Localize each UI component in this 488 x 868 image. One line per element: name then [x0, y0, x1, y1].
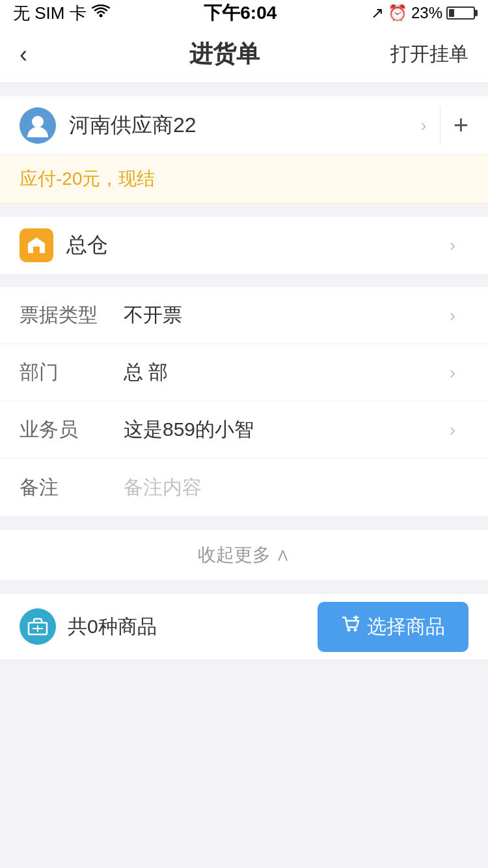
supplier-name: 河南供应商22: [69, 111, 420, 140]
gap-1: [0, 83, 488, 96]
chevron-right-icon: ›: [450, 305, 455, 326]
chevron-right-icon: ›: [420, 115, 426, 136]
collapse-label: 收起更多 ∧: [198, 543, 291, 567]
status-time: 下午6:04: [204, 1, 277, 25]
avatar: [20, 107, 56, 144]
salesperson-row[interactable]: 业务员 这是859的小智 ›: [0, 401, 488, 459]
page-title: 进货单: [189, 38, 260, 70]
add-button[interactable]: +: [440, 106, 468, 145]
cart-icon: [341, 616, 360, 638]
gray-bottom-area: [0, 659, 488, 854]
wifi-icon: [92, 5, 110, 21]
status-bar: 无 SIM 卡 下午6:04 ↗ ⏰ 23%: [0, 0, 488, 26]
department-row[interactable]: 部门 总 部 ›: [0, 344, 488, 401]
svg-point-7: [354, 628, 357, 631]
remark-label: 备注: [20, 474, 124, 501]
collapse-button[interactable]: 收起更多 ∧: [0, 529, 488, 581]
product-icon: [20, 608, 56, 645]
select-product-button[interactable]: 选择商品: [318, 602, 468, 652]
svg-point-0: [99, 14, 102, 18]
location-icon: ↗: [371, 4, 384, 22]
battery-icon: [446, 7, 475, 20]
supplier-row[interactable]: 河南供应商22 › +: [0, 96, 488, 155]
supplier-section: 河南供应商22 › + 应付-20元，现结: [0, 96, 488, 204]
product-count: 共0种商品: [68, 614, 318, 640]
status-left: 无 SIM 卡: [13, 2, 110, 25]
form-section: 票据类型 不开票 › 部门 总 部 › 业务员 这是859的小智 › 备注 备注…: [0, 287, 488, 516]
chevron-right-icon: ›: [450, 420, 455, 441]
battery-percent: 23%: [411, 4, 442, 22]
warehouse-section: 总仓 ›: [0, 217, 488, 274]
svg-point-6: [347, 628, 351, 631]
chevron-right-icon: ›: [450, 362, 455, 383]
warehouse-row[interactable]: 总仓 ›: [0, 217, 488, 274]
warehouse-icon: [20, 228, 53, 262]
department-value: 总 部: [124, 359, 450, 386]
svg-point-1: [32, 116, 44, 128]
salesperson-label: 业务员: [20, 416, 124, 443]
carrier-text: 无 SIM 卡: [13, 2, 87, 25]
select-product-label: 选择商品: [367, 614, 445, 640]
notice-text: 应付-20元，现结: [20, 169, 155, 189]
invoice-type-label: 票据类型: [20, 302, 124, 329]
invoice-type-value: 不开票: [124, 302, 450, 329]
status-right: ↗ ⏰ 23%: [371, 4, 475, 22]
nav-bar: ‹ 进货单 打开挂单: [0, 26, 488, 83]
invoice-type-row[interactable]: 票据类型 不开票 ›: [0, 287, 488, 344]
salesperson-value: 这是859的小智: [124, 416, 450, 443]
remark-input[interactable]: 备注内容: [124, 474, 468, 501]
svg-rect-2: [33, 247, 40, 253]
open-pending-button[interactable]: 打开挂单: [390, 41, 468, 68]
chevron-right-icon: ›: [450, 235, 455, 256]
alarm-icon: ⏰: [388, 4, 407, 22]
department-label: 部门: [20, 359, 124, 386]
remark-row[interactable]: 备注 备注内容: [0, 459, 488, 516]
back-button[interactable]: ‹: [20, 41, 59, 68]
notice-bar: 应付-20元，现结: [0, 155, 488, 204]
bottom-bar: 共0种商品 选择商品: [0, 594, 488, 659]
warehouse-name: 总仓: [66, 231, 450, 260]
